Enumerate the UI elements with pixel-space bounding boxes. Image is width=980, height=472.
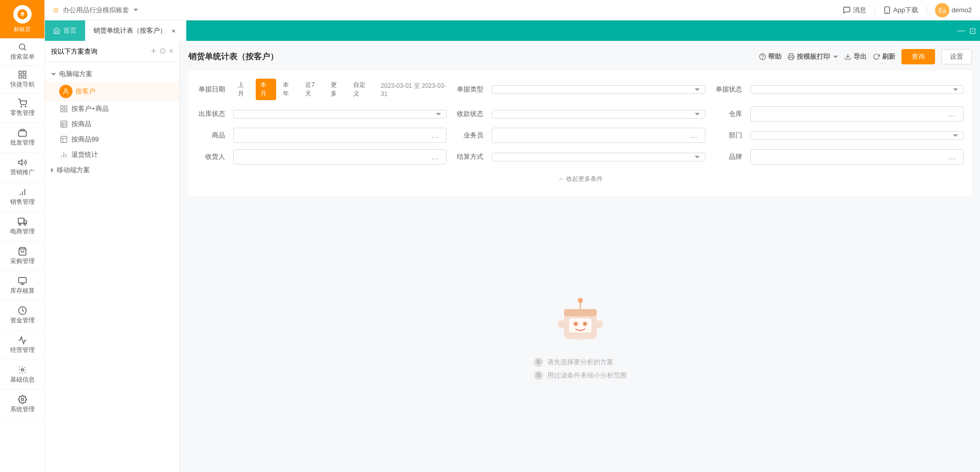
sidebar-item-system-label: 系统管理 — [10, 405, 35, 414]
svg-marker-9 — [18, 160, 22, 166]
add-scheme-icon[interactable]: + — [151, 46, 157, 57]
dept-select[interactable] — [750, 131, 964, 140]
salesperson-input[interactable]: … — [492, 128, 705, 143]
tab-close-icon[interactable]: × — [169, 27, 178, 35]
warehouse-control: … — [750, 106, 964, 122]
date-btn-last-month[interactable]: 上月 — [233, 79, 254, 100]
order-status-select[interactable] — [750, 85, 964, 94]
date-btn-this-year[interactable]: 本年 — [278, 79, 299, 100]
brand-dots[interactable]: … — [946, 152, 958, 161]
payment-method-dropdown-icon — [695, 156, 700, 158]
tree-mobile-parent[interactable]: 移动端方案 — [45, 162, 180, 178]
quick-nav-item[interactable]: 快捷导航 — [0, 66, 44, 93]
logo-text: 标账页 — [14, 26, 31, 33]
sidebar-item-system[interactable]: 系统管理 — [0, 390, 44, 419]
salesperson-dots[interactable]: … — [688, 131, 700, 140]
receipt-status-control — [492, 110, 705, 119]
app-download-button[interactable]: App下载 — [883, 6, 918, 15]
order-status-dropdown-icon — [953, 88, 958, 91]
sidebar-item-finance[interactable]: 资金管理 — [0, 301, 44, 331]
scheme-tree: 电脑端方案 按客户 — [45, 62, 180, 182]
help-button[interactable]: 帮助 — [759, 52, 781, 61]
topbar-right: 消息 App下载 Ea demo2 — [843, 3, 972, 17]
sidebar-item-operation[interactable]: 经营管理 — [0, 331, 44, 360]
topbar-industry-dropdown-icon[interactable] — [133, 9, 138, 11]
svg-rect-13 — [18, 218, 23, 223]
settings-scheme-icon[interactable]: ⊙ — [159, 46, 166, 57]
tree-item-by-customer[interactable]: 按客户 — [45, 82, 180, 101]
tab-sales-stats[interactable]: 销货单统计表（按客户） × — [85, 20, 186, 41]
sidebar-item-marketing[interactable]: 营销推广 — [0, 153, 44, 182]
order-type-select[interactable] — [492, 85, 705, 94]
svg-point-22 — [21, 369, 23, 371]
date-btn-custom[interactable]: 自定义 — [349, 79, 375, 100]
tree-desktop-parent[interactable]: 电脑端方案 — [45, 66, 180, 82]
sidebar-item-ecommerce[interactable]: 电商管理 — [0, 212, 44, 242]
message-button[interactable]: 消息 — [843, 6, 866, 15]
user-name-label: demo2 — [951, 6, 972, 14]
content-area: 按以下方案查询 + ⊙ « 电脑端方案 — [45, 41, 980, 472]
left-panel-title: 按以下方案查询 — [51, 47, 97, 56]
brand-input[interactable]: … — [750, 149, 964, 164]
search-menu-item[interactable]: 搜索菜单 — [0, 38, 44, 66]
by-goods-icon — [59, 120, 68, 129]
empty-state: ① 请先选择要分析的方案 ② 用过滤条件来缩小分析范围 — [188, 202, 972, 464]
svg-point-27 — [65, 89, 67, 91]
salesperson-label: 业务员 — [455, 131, 483, 140]
export-label: 导出 — [853, 52, 867, 61]
filter-row-status: 出库状态 收款状态 仓库 — [197, 106, 964, 122]
salesperson-control: … — [492, 128, 705, 143]
receipt-status-dropdown-icon — [695, 113, 700, 115]
tree-item-by-goods[interactable]: 按商品 — [45, 116, 180, 132]
sidebar-item-inventory-label: 库存核算 — [10, 287, 35, 295]
user-menu[interactable]: Ea demo2 — [935, 3, 972, 17]
divider — [874, 6, 875, 14]
refresh-button[interactable]: 刷新 — [873, 52, 895, 61]
tab-minimize-icon[interactable]: — — [957, 26, 965, 35]
sidebar-item-wholesale[interactable]: 批发管理 — [0, 123, 44, 153]
collapse-bar[interactable]: 收起更多条件 — [197, 171, 964, 187]
date-btn-this-month[interactable]: 本月 — [256, 79, 276, 100]
tab-home[interactable]: 首页 — [45, 20, 85, 41]
collapse-label: 收起更多条件 — [566, 175, 603, 183]
help-label: 帮助 — [768, 52, 781, 61]
template-print-button[interactable]: 按模板打印 — [788, 52, 838, 61]
sidebar-item-purchase-label: 采购管理 — [10, 257, 35, 266]
page-title-text: 销货单统计表（按客户） — [188, 52, 278, 62]
tree-item-by-goods99[interactable]: 按商品99 — [45, 132, 180, 147]
svg-rect-5 — [19, 76, 21, 78]
filter-row-consignee: 收货人 … 结算方式 品牌 — [197, 149, 964, 164]
consignee-dots[interactable]: … — [429, 152, 441, 161]
goods-input[interactable]: … — [233, 128, 447, 143]
collapse-panel-icon[interactable]: « — [169, 46, 174, 57]
out-status-dropdown-icon — [436, 113, 441, 115]
sidebar-logo[interactable]: 标账页 — [0, 0, 44, 38]
refresh-label: 刷新 — [882, 52, 895, 61]
warehouse-input[interactable]: … — [750, 106, 964, 122]
tree-item-customer-goods[interactable]: 按客户+商品 — [45, 101, 180, 116]
tree-item-return-stats[interactable]: 退货统计 — [45, 147, 180, 162]
quick-nav-label: 快捷导航 — [10, 80, 35, 89]
date-btn-more[interactable]: 更多 — [326, 79, 347, 100]
goods-dots[interactable]: … — [429, 131, 441, 140]
export-button[interactable]: 导出 — [844, 52, 867, 61]
settings-button[interactable]: 设置 — [941, 49, 972, 64]
date-btn-7days[interactable]: 近7天 — [301, 79, 324, 100]
sidebar-item-purchase[interactable]: 采购管理 — [0, 242, 44, 271]
out-status-select[interactable] — [233, 110, 447, 119]
message-label: 消息 — [853, 6, 866, 15]
consignee-input[interactable]: … — [233, 149, 447, 164]
payment-method-select[interactable] — [492, 153, 705, 161]
sidebar-item-sales[interactable]: 销售管理 — [0, 182, 44, 212]
warehouse-dots[interactable]: … — [946, 109, 958, 119]
query-button[interactable]: 查询 — [901, 49, 935, 64]
sidebar-item-base[interactable]: 基础信息 — [0, 360, 44, 390]
tab-maximize-icon[interactable]: ⊡ — [969, 26, 976, 36]
tree-desktop-label: 电脑端方案 — [59, 69, 92, 79]
sidebar-item-inventory[interactable]: 库存核算 — [0, 271, 44, 301]
order-status-label: 单据状态 — [714, 85, 742, 94]
receipt-status-select[interactable] — [492, 110, 705, 119]
svg-marker-14 — [24, 220, 27, 223]
out-status-control — [233, 110, 447, 119]
sidebar-item-retail[interactable]: 零售管理 — [0, 93, 44, 123]
